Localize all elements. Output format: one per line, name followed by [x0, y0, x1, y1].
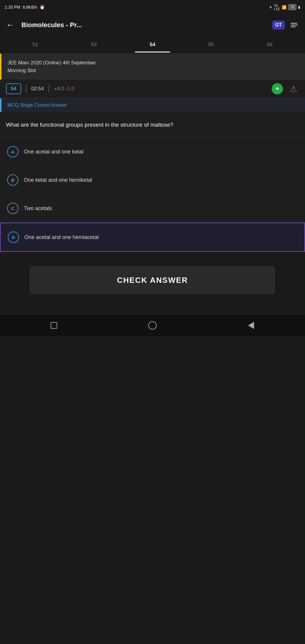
translate-button[interactable]: GT	[272, 21, 285, 30]
section-header: JEE Main 2020 (Online) 4th September Mor…	[0, 54, 305, 80]
section-line1: JEE Main 2020 (Online) 4th September	[7, 60, 96, 66]
question-text: What are the functional groups present i…	[0, 112, 305, 138]
option-d-text: One acetal and one hemiacetal	[24, 234, 99, 241]
meta-divider	[26, 85, 27, 93]
back-nav-button[interactable]	[245, 319, 257, 331]
option-c[interactable]: C Two acetals	[0, 194, 305, 223]
tab-52[interactable]: 52	[6, 37, 65, 52]
tab-54[interactable]: 54	[123, 37, 182, 52]
check-answer-button[interactable]: CHECK ANSWER	[30, 266, 275, 294]
option-c-circle: C	[7, 203, 18, 214]
option-a-text: One acetal and one ketal	[24, 148, 83, 156]
option-c-text: Two acetals	[24, 205, 52, 212]
tab-55[interactable]: 55	[182, 37, 240, 52]
section-line2: Morning Slot	[7, 68, 36, 73]
question-type-label: MCQ Single Correct Answer	[7, 103, 67, 108]
option-a-label: A	[11, 149, 15, 154]
mark-positive: +4.0	[54, 86, 64, 91]
status-left: 1:33 PM 8.8KB/s ⏰	[5, 5, 45, 10]
page-title: Biomolecules - Pr...	[21, 21, 267, 29]
option-a-circle: A	[7, 146, 18, 157]
warning-icon: ⚠	[290, 84, 297, 94]
question-meta-bar: 54 02:54 +4.0 -1.0 + ⚠	[0, 80, 305, 98]
menu-line-1	[291, 23, 297, 24]
question-marks: +4.0 -1.0	[54, 86, 74, 92]
meta-divider-2	[49, 85, 49, 93]
back-arrow-icon	[248, 322, 254, 329]
mcq-type-bar: MCQ Single Correct Answer	[0, 98, 305, 112]
alarm-icon: ⏰	[40, 5, 45, 10]
bluetooth-icon: ✳	[269, 5, 272, 10]
option-d-circle: D	[8, 232, 19, 243]
tab-56[interactable]: 56	[240, 37, 299, 52]
tab-53[interactable]: 53	[65, 37, 123, 52]
status-right: ✳ VoLTE 📶 75 ▮	[269, 4, 300, 11]
square-nav-button[interactable]	[48, 319, 60, 331]
square-icon	[51, 322, 57, 329]
option-d[interactable]: D One acetal and one hemiacetal	[0, 223, 305, 252]
check-answer-section: CHECK ANSWER	[0, 258, 305, 303]
warning-button[interactable]: ⚠	[288, 83, 299, 94]
top-nav: ← Biomolecules - Pr... GT	[0, 14, 305, 36]
question-number: 54	[6, 83, 21, 94]
option-b[interactable]: B One ketal and one hemiketal	[0, 166, 305, 194]
battery-icon: ▮	[298, 5, 300, 9]
signal-icon: 📶	[282, 5, 287, 10]
mark-negative: -1.0	[66, 86, 74, 91]
option-b-circle: B	[7, 174, 18, 186]
question-timer: 02:54	[31, 86, 44, 92]
back-button[interactable]: ←	[6, 20, 14, 30]
option-b-label: B	[11, 178, 15, 183]
option-c-label: C	[11, 206, 15, 211]
volte-icon: VoLTE	[274, 4, 280, 11]
status-time: 1:33 PM	[5, 5, 20, 10]
menu-line-2	[291, 25, 298, 25]
home-nav-button[interactable]	[147, 319, 158, 331]
option-a[interactable]: A One acetal and one ketal	[0, 138, 305, 166]
option-d-label: D	[12, 235, 15, 240]
spacer-2	[0, 303, 305, 315]
battery-badge: 75	[288, 4, 296, 10]
translate-icon: GT	[275, 22, 282, 28]
status-bar: 1:33 PM 8.8KB/s ⏰ ✳ VoLTE 📶 75 ▮	[0, 0, 305, 14]
spacer	[0, 252, 305, 258]
bottom-nav	[0, 315, 305, 336]
question-body: What are the functional groups present i…	[6, 122, 173, 128]
menu-line-3	[291, 27, 295, 27]
option-b-text: One ketal and one hemiketal	[24, 176, 92, 184]
status-network: 8.8KB/s	[23, 5, 37, 10]
menu-button[interactable]	[290, 22, 299, 28]
add-button[interactable]: +	[272, 83, 283, 94]
question-tabs: 52 53 54 55 56	[0, 36, 305, 54]
circle-icon	[148, 321, 157, 330]
